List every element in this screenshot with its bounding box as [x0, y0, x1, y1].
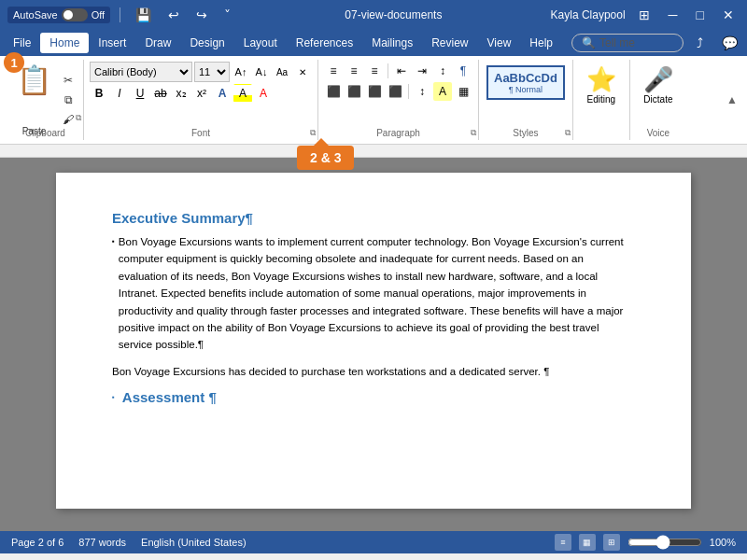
callout-gap [0, 145, 747, 158]
borders-button[interactable]: ▦ [454, 82, 472, 101]
decrease-indent-button[interactable]: ⇤ [392, 62, 411, 80]
cut-button[interactable]: ✂ [59, 72, 78, 89]
comments-button[interactable]: 💬 [716, 34, 743, 52]
bullets-button[interactable]: ≡ [324, 62, 343, 80]
styles-sublabel: ¶ Normal [494, 85, 557, 94]
web-view-button[interactable]: ⊞ [603, 534, 620, 551]
increase-indent-button[interactable]: ⇥ [413, 62, 431, 80]
para-sep1 [388, 63, 388, 78]
text-highlight-button[interactable]: A [233, 84, 252, 103]
editing-button[interactable]: ⭐ Editing [581, 63, 622, 106]
line-spacing-button[interactable]: ↕ [413, 82, 431, 101]
heading2-text: Assessment ¶ [122, 389, 217, 405]
menu-help[interactable]: Help [520, 33, 562, 53]
strikethrough-button[interactable]: ab [151, 84, 170, 103]
sort-button[interactable]: ↕ [433, 62, 452, 80]
dictate-label: Dictate [643, 94, 672, 105]
document-area: Executive Summary¶ ▪ Bon Voyage Excursio… [0, 158, 747, 531]
callout-arrow [314, 138, 329, 146]
read-view-button[interactable]: ≡ [555, 534, 571, 551]
styles-label: Styles [513, 128, 538, 138]
clipboard-launcher[interactable]: ⧉ [76, 113, 81, 123]
styles-launcher[interactable]: ⧉ [565, 128, 571, 138]
menu-design[interactable]: Design [180, 33, 233, 53]
superscript-button[interactable]: x² [192, 84, 211, 103]
menu-home[interactable]: Home [40, 33, 89, 53]
close-button[interactable]: ✕ [717, 6, 740, 24]
heading-assessment: ▪ Assessment ¶ [112, 389, 635, 405]
para-sep2 [408, 84, 409, 99]
menu-draw[interactable]: Draw [135, 33, 180, 53]
window-title: 07-view-documents [236, 8, 550, 21]
tell-me-search[interactable]: 🔍 Tell me [571, 34, 684, 52]
font-launcher[interactable]: ⧉ [310, 128, 316, 138]
paste-button[interactable]: 📋 Paste [11, 62, 57, 138]
save-button[interactable]: 💾 [130, 6, 157, 24]
autosave-dot [63, 10, 73, 20]
clipboard-sub: ✂ ⧉ 🖌 [57, 62, 79, 138]
change-case-button[interactable]: Aa [273, 63, 291, 81]
ribbon-scroll-right[interactable]: ▲ [726, 93, 738, 106]
badge-1: 1 [4, 52, 24, 73]
paragraph-launcher[interactable]: ⧉ [471, 128, 476, 138]
decrease-font-button[interactable]: A↓ [252, 63, 271, 81]
menu-view[interactable]: View [478, 33, 521, 53]
ribbon: 1 📋 Paste ✂ ⧉ 🖌 ⧉ Clipboard Calibri (Bod… [0, 56, 747, 145]
ribbon-display-btn[interactable]: ⊞ [633, 6, 655, 24]
clear-format-button[interactable]: ✕ [293, 63, 312, 81]
align-left-button[interactable]: ⬛ [324, 82, 343, 101]
tell-me-label: Tell me [599, 36, 635, 49]
heading1-text: Executive Summary¶ [112, 210, 253, 226]
font-row2: B I U ab x₂ x² A A A [90, 84, 312, 103]
font-color-button[interactable]: A [254, 84, 273, 103]
show-hide-button[interactable]: ¶ [454, 62, 472, 80]
heading-executive-summary: Executive Summary¶ [112, 210, 635, 226]
undo-button[interactable]: ↩ [162, 6, 185, 24]
bullet-marker-1: ▪ [112, 236, 115, 248]
underline-button[interactable]: U [131, 84, 149, 103]
editing-group: ⭐ Editing [573, 60, 630, 140]
subscript-button[interactable]: x₂ [172, 84, 190, 103]
dictate-button[interactable]: 🎤 Dictate [638, 63, 679, 106]
print-view-button[interactable]: ▦ [579, 534, 596, 551]
autosave-toggle[interactable] [62, 8, 88, 21]
styles-button[interactable]: AaBbCcDd ¶ Normal [486, 65, 565, 100]
quick-access-more-button[interactable]: ˅ [218, 6, 236, 24]
menu-mailings[interactable]: Mailings [362, 33, 422, 53]
minimize-button[interactable]: ─ [663, 6, 684, 24]
autosave-control[interactable]: AutoSave Off [7, 7, 110, 23]
para-row2: ⬛ ⬛ ⬛ ⬛ ↕ A ▦ [324, 82, 472, 101]
italic-button[interactable]: I [110, 84, 129, 103]
menu-review[interactable]: Review [422, 33, 477, 53]
numbering-button[interactable]: ≡ [345, 62, 363, 80]
language: English (United States) [141, 537, 247, 548]
menu-layout[interactable]: Layout [234, 33, 287, 53]
restore-button[interactable]: □ [691, 6, 710, 24]
copy-button[interactable]: ⧉ [59, 91, 78, 108]
share-button[interactable]: ⤴ [691, 34, 709, 52]
autosave-state: Off [92, 9, 105, 21]
paragraph-label: Paragraph [376, 128, 420, 138]
search-icon: 🔍 [582, 36, 596, 49]
menu-file[interactable]: File [4, 33, 40, 53]
font-size-select[interactable]: 11 [194, 62, 230, 82]
increase-font-button[interactable]: A↑ [232, 63, 250, 81]
document-page: Executive Summary¶ ▪ Bon Voyage Excursio… [56, 173, 691, 509]
multilevel-list-button[interactable]: ≡ [365, 62, 384, 80]
voice-group-label: Voice [647, 128, 669, 138]
paragraph-1: ▪ Bon Voyage Excursions wants to impleme… [112, 233, 635, 354]
shading-button[interactable]: A [433, 82, 452, 101]
voice-group: 🎤 Dictate Voice [630, 60, 686, 140]
redo-button[interactable]: ↪ [190, 6, 213, 24]
menu-references[interactable]: References [287, 33, 362, 53]
font-name-select[interactable]: Calibri (Body) [90, 62, 192, 82]
align-right-button[interactable]: ⬛ [365, 82, 384, 101]
format-painter-button[interactable]: 🖌 [59, 111, 78, 128]
bold-button[interactable]: B [90, 84, 108, 103]
justify-button[interactable]: ⬛ [386, 82, 404, 101]
menu-insert[interactable]: Insert [89, 33, 135, 53]
editing-label: Editing [587, 94, 616, 105]
align-center-button[interactable]: ⬛ [345, 82, 363, 101]
text-effects-button[interactable]: A [213, 84, 232, 103]
zoom-slider[interactable] [627, 535, 702, 550]
